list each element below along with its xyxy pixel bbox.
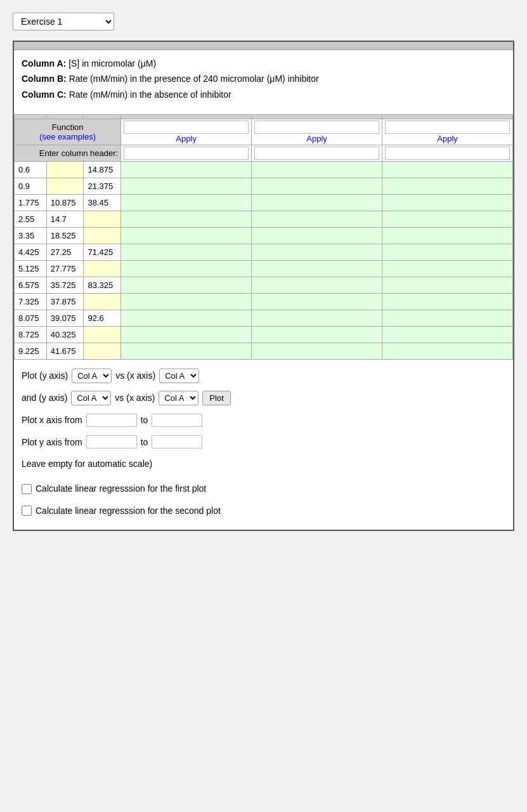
apply-d-link[interactable]: Apply <box>176 134 197 143</box>
input-e-6[interactable] <box>256 263 378 275</box>
input-d-7[interactable] <box>125 279 247 291</box>
input-f-11[interactable] <box>386 345 509 357</box>
linear-regression-2-checkbox[interactable] <box>22 506 32 516</box>
table-row: 4.42527.2571.425 <box>15 244 513 261</box>
see-examples-link[interactable]: (see examples) <box>39 132 96 141</box>
input-e-10[interactable] <box>256 329 378 341</box>
cell-a-2: 1.775 <box>15 195 47 211</box>
plot-x-from-input[interactable] <box>86 414 137 427</box>
linear-regression-2-label: Calculate linear regresssion for the sec… <box>36 501 221 521</box>
cell-a-4: 3.35 <box>15 228 47 244</box>
auto-scale-note: Leave empty for automatic scale) <box>22 454 505 474</box>
input-d-5[interactable] <box>125 246 247 258</box>
input-d-10[interactable] <box>125 329 247 341</box>
data-header <box>14 42 513 50</box>
plot-x-to-input[interactable] <box>152 414 202 427</box>
input-f-5[interactable] <box>386 246 509 258</box>
plot-x2-select[interactable]: Col ACol BCol CCol DCol ECol F <box>159 391 198 405</box>
input-d-4[interactable] <box>125 230 247 242</box>
input-f-4[interactable] <box>386 230 509 242</box>
plot-button[interactable]: Plot <box>202 391 230 405</box>
cell-a-7: 6.575 <box>15 277 47 294</box>
cell-a-1: 0.9 <box>15 178 47 195</box>
input-e-8[interactable] <box>256 296 378 308</box>
col-c-header <box>84 115 121 119</box>
cell-f-5 <box>382 244 513 261</box>
input-d-0[interactable] <box>125 164 247 176</box>
cell-d-6 <box>121 261 252 277</box>
col-e-header-input[interactable] <box>254 147 379 160</box>
data-section: Column A: [S] in micromolar (μM) Column … <box>13 41 514 531</box>
apply-f-link[interactable]: Apply <box>437 134 458 143</box>
input-d-9[interactable] <box>125 312 247 324</box>
cell-b-11: 41.675 <box>46 343 84 360</box>
linear-regression-1-checkbox[interactable] <box>22 484 32 494</box>
input-f-2[interactable] <box>386 197 509 209</box>
plot-row-4: Plot y axis from to <box>22 433 505 452</box>
cell-e-0 <box>252 162 382 178</box>
cell-d-2 <box>121 195 252 211</box>
input-e-2[interactable] <box>256 197 378 209</box>
function-input-f[interactable] <box>385 121 510 134</box>
plot-section: Plot (y axis) Col ACol BCol CCol DCol EC… <box>14 360 513 530</box>
table-row: 9.22541.675 <box>15 343 513 360</box>
input-f-10[interactable] <box>386 329 509 341</box>
cell-f-8 <box>382 294 513 310</box>
input-e-9[interactable] <box>256 312 378 324</box>
cell-e-1 <box>252 178 382 195</box>
input-d-6[interactable] <box>125 263 247 275</box>
col-d-header-input[interactable] <box>124 147 249 160</box>
cell-b-10: 40.325 <box>46 327 84 343</box>
cell-c-4 <box>84 228 121 244</box>
input-d-1[interactable] <box>125 180 247 192</box>
input-f-6[interactable] <box>386 263 509 275</box>
input-e-4[interactable] <box>256 230 378 242</box>
cell-b-2: 10.875 <box>46 195 84 211</box>
plot-x-axis-to-label: to <box>141 410 148 430</box>
data-table: Function (see examples) Apply Apply Appl… <box>14 114 513 360</box>
cell-d-0 <box>121 162 252 178</box>
cell-d-8 <box>121 294 252 310</box>
function-input-d[interactable] <box>124 121 249 134</box>
plot-y2-select[interactable]: Col ACol BCol CCol DCol ECol F <box>71 391 111 405</box>
col-f-header <box>382 115 513 119</box>
input-d-11[interactable] <box>125 345 247 357</box>
plot-y-from-input[interactable] <box>86 435 137 449</box>
function-input-e-cell: Apply <box>252 119 382 145</box>
plot-y-to-input[interactable] <box>152 435 202 449</box>
input-e-5[interactable] <box>256 246 378 258</box>
cell-c-0: 14.875 <box>84 162 121 178</box>
input-e-3[interactable] <box>256 213 378 225</box>
plot-x1-select[interactable]: Col ACol BCol CCol DCol ECol F <box>159 369 199 383</box>
input-e-11[interactable] <box>256 345 378 357</box>
input-f-7[interactable] <box>386 279 509 291</box>
input-e-1[interactable] <box>256 180 378 192</box>
cell-d-10 <box>121 327 252 343</box>
cell-c-7: 83.325 <box>84 277 121 294</box>
input-d-2[interactable] <box>125 197 247 209</box>
exercise-dropdown[interactable]: Exercise 1 Exercise 2 Exercise 3 <box>13 13 114 30</box>
col-b-header <box>46 115 84 119</box>
col-f-header-input[interactable] <box>385 147 510 160</box>
col-e-header-input-cell <box>252 145 382 162</box>
input-f-0[interactable] <box>386 164 509 176</box>
input-e-7[interactable] <box>256 279 378 291</box>
cell-a-5: 4.425 <box>15 244 47 261</box>
enter-header-label: Enter column header: <box>15 145 121 162</box>
cell-e-4 <box>252 228 382 244</box>
input-f-1[interactable] <box>386 180 509 192</box>
input-f-3[interactable] <box>386 213 509 225</box>
plot-y1-select[interactable]: Col ACol BCol CCol DCol ECol F <box>72 369 112 383</box>
cell-f-9 <box>382 310 513 327</box>
input-f-8[interactable] <box>386 296 509 308</box>
cell-f-6 <box>382 261 513 277</box>
function-input-e[interactable] <box>254 121 379 134</box>
input-d-3[interactable] <box>125 213 247 225</box>
input-e-0[interactable] <box>256 164 378 176</box>
column-a-desc: Column A: [S] in micromolar (μM) <box>22 56 505 70</box>
input-d-8[interactable] <box>125 296 247 308</box>
apply-e-link[interactable]: Apply <box>306 134 327 143</box>
plot-row-3: Plot x axis from to <box>22 410 505 430</box>
input-f-9[interactable] <box>386 312 509 324</box>
data-description: Column A: [S] in micromolar (μM) Column … <box>14 50 513 109</box>
